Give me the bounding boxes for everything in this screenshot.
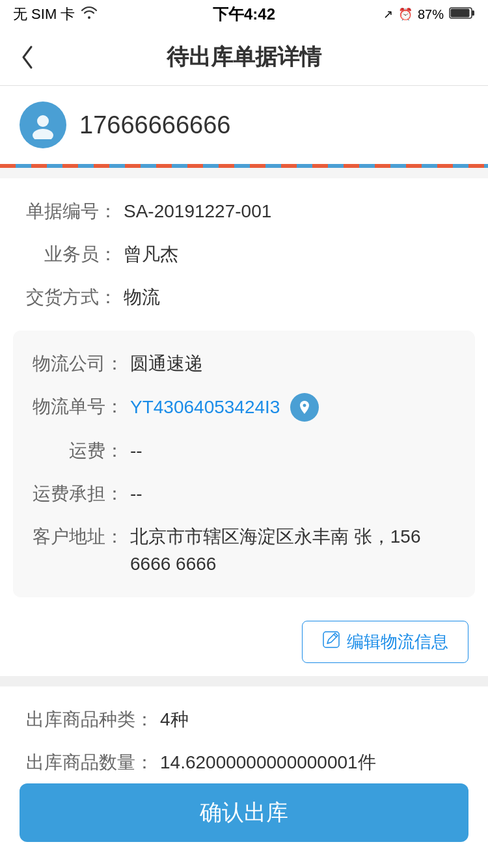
back-button[interactable] (20, 44, 35, 70)
logistics-freight-value: -- (130, 437, 455, 465)
section-separator (0, 676, 488, 686)
logistics-address-value: 北京市市辖区海淀区永丰南 张，156 6666 6666 (130, 523, 455, 578)
customer-avatar (20, 102, 66, 148)
logistics-tracking-row: 物流单号： YT43064053424I3 (33, 393, 455, 422)
dashed-divider (0, 164, 488, 168)
status-bar: 无 SIM 卡 下午4:42 ↗ ⏰ 87% (0, 0, 488, 29)
logistics-address-row: 客户地址： 北京市市辖区海淀区永丰南 张，156 6666 6666 (33, 523, 455, 578)
logistics-tracking-label: 物流单号： (33, 393, 124, 420)
logistics-address-label: 客户地址： (33, 523, 124, 550)
goods-types-row: 出库商品种类： 4种 (26, 706, 462, 733)
logistics-freight-label: 运费： (33, 437, 124, 465)
confirm-btn-label: 确认出库 (200, 798, 288, 828)
page-title: 待出库单据详情 (167, 42, 321, 72)
logistics-freight-bearer-label: 运费承担： (33, 480, 124, 508)
carrier-text: 无 SIM 卡 (13, 5, 75, 24)
status-left: 无 SIM 卡 (13, 5, 98, 24)
logistics-company-value: 圆通速递 (130, 350, 455, 377)
status-time: 下午4:42 (213, 4, 275, 25)
battery-icon (449, 6, 475, 23)
goods-types-value: 4种 (160, 706, 462, 733)
logistics-company-label: 物流公司： (33, 350, 124, 377)
logistics-freight-row: 运费： -- (33, 437, 455, 465)
battery-text: 87% (418, 7, 444, 22)
alarm-icon: ⏰ (398, 7, 413, 21)
basic-info-section: 单据编号： SA-20191227-001 业务员： 曾凡杰 交货方式： 物流 (0, 178, 488, 331)
goods-types-label: 出库商品种类： (26, 706, 154, 733)
nav-bar: 待出库单据详情 (0, 29, 488, 86)
edit-btn-label: 编辑物流信息 (347, 631, 448, 653)
confirm-outbound-button[interactable]: 确认出库 (20, 783, 468, 842)
svg-rect-1 (472, 10, 474, 16)
customer-header: 17666666666 (0, 86, 488, 164)
svg-rect-2 (451, 8, 470, 17)
delivery-row: 交货方式： 物流 (26, 284, 462, 311)
confirm-btn-wrap: 确认出库 (0, 770, 488, 868)
logistics-freight-bearer-value: -- (130, 480, 455, 508)
doc-number-value: SA-20191227-001 (124, 198, 462, 225)
edit-logistics-button[interactable]: 编辑物流信息 (302, 621, 468, 663)
delivery-value: 物流 (124, 284, 462, 311)
doc-number-label: 单据编号： (26, 198, 117, 225)
logistics-freight-bearer-row: 运费承担： -- (33, 480, 455, 508)
svg-point-4 (33, 129, 53, 139)
wifi-icon (80, 6, 98, 23)
location-icon: ↗ (383, 7, 393, 21)
delivery-label: 交货方式： (26, 284, 117, 311)
salesman-value: 曾凡杰 (124, 241, 462, 268)
customer-phone: 17666666666 (79, 111, 230, 139)
doc-number-row: 单据编号： SA-20191227-001 (26, 198, 462, 225)
status-right: ↗ ⏰ 87% (383, 6, 475, 23)
salesman-row: 业务员： 曾凡杰 (26, 241, 462, 268)
salesman-label: 业务员： (26, 241, 117, 268)
logistics-company-row: 物流公司： 圆通速递 (33, 350, 455, 377)
logistics-tracking-value: YT43064053424I3 (130, 394, 280, 421)
logistics-card: 物流公司： 圆通速递 物流单号： YT43064053424I3 运费： -- … (13, 331, 475, 597)
edit-icon (322, 631, 340, 653)
map-pin-icon[interactable] (290, 393, 319, 422)
logistics-section: 物流公司： 圆通速递 物流单号： YT43064053424I3 运费： -- … (0, 331, 488, 676)
edit-btn-row: 编辑物流信息 (0, 610, 488, 676)
svg-point-3 (37, 115, 49, 127)
